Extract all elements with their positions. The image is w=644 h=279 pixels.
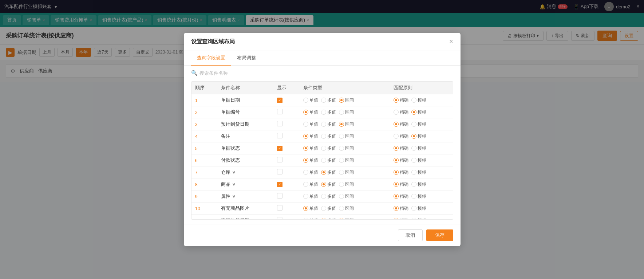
- th-matchrule: 匹配原则: [390, 82, 453, 82]
- dialog-title: 设置查询区域布局: [191, 38, 235, 45]
- dialog-tabs: 查询字段设置 布局调整: [184, 51, 461, 66]
- settings-dialog: 设置查询区域布局 × 查询字段设置 布局调整 🔍 顺序 条件名称: [184, 33, 461, 82]
- th-name: 条件名称: [217, 82, 273, 82]
- tab-layout-adjust[interactable]: 布局调整: [231, 51, 262, 66]
- modal-overlay: 设置查询区域布局 × 查询字段设置 布局调整 🔍 顺序 条件名称: [0, 0, 644, 82]
- condition-search-box: 🔍: [191, 70, 453, 78]
- dialog-header: 设置查询区域布局 ×: [184, 33, 461, 51]
- th-condtype: 条件类型: [300, 82, 390, 82]
- search-icon: 🔍: [191, 70, 197, 76]
- conditions-table: 顺序 条件名称 显示 条件类型 匹配原则 1单据日期✓单值多值区间精确模糊2单据…: [191, 81, 453, 82]
- dialog-close-button[interactable]: ×: [449, 38, 453, 46]
- th-display: 显示: [273, 82, 300, 82]
- th-order: 顺序: [191, 82, 218, 82]
- condition-search-input[interactable]: [199, 70, 453, 76]
- tab-query-fields[interactable]: 查询字段设置: [191, 51, 231, 66]
